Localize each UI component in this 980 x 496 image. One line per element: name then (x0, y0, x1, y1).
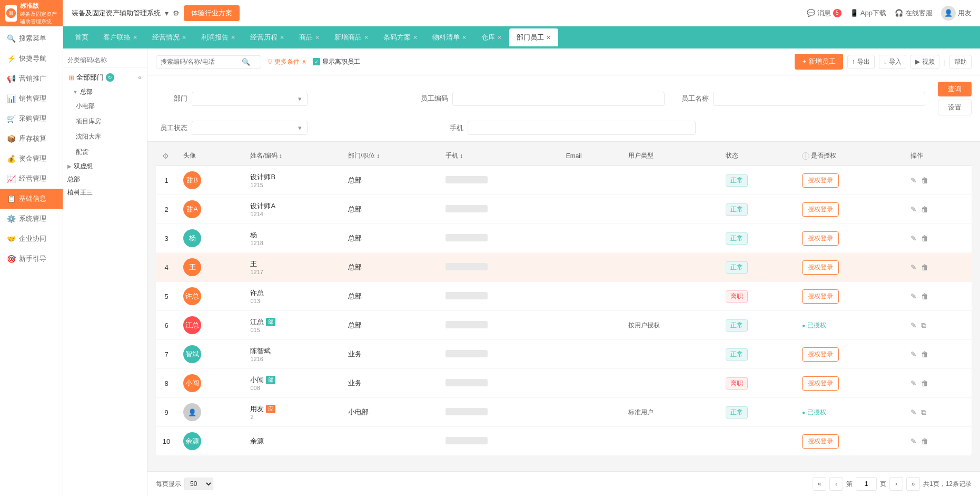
dept-search-input[interactable] (67, 56, 146, 64)
close-icon[interactable]: ✕ (133, 34, 137, 41)
close-icon[interactable]: ✕ (315, 34, 320, 41)
search-input[interactable] (161, 58, 240, 65)
tab-history[interactable]: 经营历程 ✕ (243, 28, 292, 46)
th-dept[interactable]: 部门/职位 ↕ (342, 146, 439, 166)
page-size-select[interactable]: 50 100 (184, 478, 213, 490)
sidebar-item-system[interactable]: ⚙️ 系统管理 (0, 209, 63, 229)
collapse-btn[interactable]: « (138, 74, 142, 81)
copy-icon[interactable]: ⧉ (921, 321, 926, 330)
app-download-btn[interactable]: 📱 App下载 (850, 8, 886, 18)
more-filter-btn[interactable]: ▽ 更多条件 ∧ (268, 57, 306, 66)
tab-warehouse[interactable]: 仓库 ✕ (474, 28, 509, 46)
delete-icon[interactable]: 🗑 (921, 292, 928, 300)
close-icon[interactable]: ✕ (364, 34, 369, 41)
online-service-btn[interactable]: 🎧 在线客服 (895, 8, 933, 18)
auth-login-button[interactable]: 授权登录 (802, 231, 839, 246)
delete-icon[interactable]: 🗑 (921, 263, 928, 271)
edit-icon[interactable]: ✎ (910, 205, 917, 213)
close-icon[interactable]: ✕ (546, 34, 551, 41)
tab-customer[interactable]: 客户联络 ✕ (96, 28, 145, 46)
close-icon[interactable]: ✕ (413, 34, 418, 41)
auth-login-button[interactable]: 授权登录 (802, 376, 839, 391)
tab-employees[interactable]: 部门员工 ✕ (509, 28, 558, 46)
user-avatar[interactable]: 👤 用友 (941, 6, 972, 21)
page-number-input[interactable] (856, 477, 877, 491)
edit-icon[interactable]: ✎ (910, 321, 917, 329)
close-icon[interactable]: ✕ (182, 34, 186, 41)
sidebar-item-collab[interactable]: 🤝 企业协同 (0, 229, 63, 249)
edit-icon[interactable]: ✎ (910, 234, 917, 242)
edit-icon[interactable]: ✎ (910, 437, 917, 445)
empstatus-select[interactable]: ▾ (192, 121, 308, 135)
delete-icon[interactable]: 🗑 (921, 234, 928, 242)
th-phone[interactable]: 手机 ↕ (439, 146, 560, 166)
tab-goods[interactable]: 商品 ✕ (292, 28, 327, 46)
auth-login-button[interactable]: 授权登录 (802, 289, 839, 304)
auth-login-button[interactable]: 授权登录 (802, 173, 839, 188)
sidebar-item-search[interactable]: 🔍 搜索菜单 (0, 28, 63, 48)
tab-bom[interactable]: 物料清单 ✕ (425, 28, 474, 46)
auth-login-button[interactable]: 授权登录 (802, 260, 839, 275)
search-submit-icon[interactable]: 🔍 (242, 58, 250, 66)
dept-item-project[interactable]: 项目库房 (67, 114, 147, 129)
query-button[interactable]: 查询 (938, 82, 972, 96)
sidebar-item-guide[interactable]: 🎯 新手引导 (0, 249, 63, 269)
show-resigned-checkbox[interactable]: ✓ 显示离职员工 (313, 57, 360, 66)
close-icon[interactable]: ✕ (280, 34, 284, 41)
edit-icon[interactable]: ✎ (910, 292, 917, 300)
sidebar-item-finance[interactable]: 💰 资金管理 (0, 149, 63, 169)
sidebar-item-operations[interactable]: 📈 经营管理 (0, 169, 63, 189)
edit-icon[interactable]: ✎ (910, 263, 917, 271)
import-button[interactable]: ↓ 导入 (879, 55, 906, 69)
dept-item-shenyang[interactable]: 沈阳大库 (67, 129, 147, 144)
add-employee-button[interactable]: + 新增员工 (795, 54, 843, 70)
sidebar-item-quicknav[interactable]: ⚡ 快捷导航 (0, 48, 63, 69)
next-page-button[interactable]: › (889, 477, 903, 491)
delete-icon[interactable]: 🗑 (921, 205, 928, 213)
sidebar-item-basic-info[interactable]: 📋 基础信息 (0, 189, 63, 209)
dept-group-header[interactable]: ▼ 总部 (67, 85, 147, 99)
sidebar-item-inventory[interactable]: 📦 库存核算 (0, 129, 63, 149)
dept-group-zhishu[interactable]: 植树王三 (63, 186, 147, 199)
dropdown-icon[interactable]: ▾ (165, 9, 169, 17)
settings-button[interactable]: ⚙ (173, 9, 180, 17)
trial-plan-button[interactable]: 体验行业方案 (184, 5, 240, 21)
video-button[interactable]: ▶ 视频 (910, 55, 939, 69)
close-icon[interactable]: ✕ (231, 34, 235, 41)
sidebar-item-purchase[interactable]: 🛒 采购管理 (0, 109, 63, 129)
delete-icon[interactable]: 🗑 (921, 350, 928, 358)
last-page-button[interactable]: » (906, 477, 920, 491)
dept-group-zongbu2[interactable]: 总部 (63, 173, 147, 186)
delete-icon[interactable]: 🗑 (921, 379, 928, 387)
dept-select[interactable]: ▾ (192, 92, 308, 106)
dept-item-distribution[interactable]: 配货 (67, 144, 147, 160)
edit-icon[interactable]: ✎ (910, 350, 917, 358)
help-button[interactable]: 帮助 (949, 55, 972, 69)
th-name[interactable]: 姓名/编码 ↕ (244, 146, 341, 166)
close-icon[interactable]: ✕ (462, 34, 467, 41)
dept-group-shuangxuxiang[interactable]: ▶ 双虚想 (63, 160, 147, 173)
table-settings-icon[interactable]: ⚙ (162, 152, 169, 160)
close-icon[interactable]: ✕ (497, 34, 502, 41)
tab-add-goods[interactable]: 新增商品 ✕ (327, 28, 376, 46)
sidebar-item-marketing[interactable]: 📢 营销推广 (0, 69, 63, 89)
edit-icon[interactable]: ✎ (910, 408, 917, 416)
tab-barcode[interactable]: 条码方案 ✕ (376, 28, 425, 46)
empcode-input[interactable] (452, 92, 665, 106)
auth-login-button[interactable]: 授权登录 (802, 202, 839, 217)
prev-page-button[interactable]: ‹ (829, 477, 843, 491)
dept-item-xiaodian[interactable]: 小电部 (67, 99, 147, 114)
edit-icon[interactable]: ✎ (910, 176, 917, 184)
message-area[interactable]: 💬 消息 5 (807, 8, 842, 18)
empname-input[interactable] (713, 92, 925, 106)
tab-operations-status[interactable]: 经营情况 ✕ (145, 28, 194, 46)
sidebar-item-sales[interactable]: 📊 销售管理 (0, 89, 63, 109)
phone-input[interactable] (468, 121, 695, 135)
dept-all-item[interactable]: ⊞ 全部部门 ↻ « (63, 70, 147, 85)
auth-login-button[interactable]: 授权登录 (802, 434, 839, 449)
set-button[interactable]: 设置 (938, 100, 972, 115)
first-page-button[interactable]: « (813, 477, 826, 491)
tab-profit[interactable]: 利润报告 ✕ (194, 28, 243, 46)
auth-login-button[interactable]: 授权登录 (802, 347, 839, 362)
tab-home[interactable]: 首页 (67, 28, 96, 46)
